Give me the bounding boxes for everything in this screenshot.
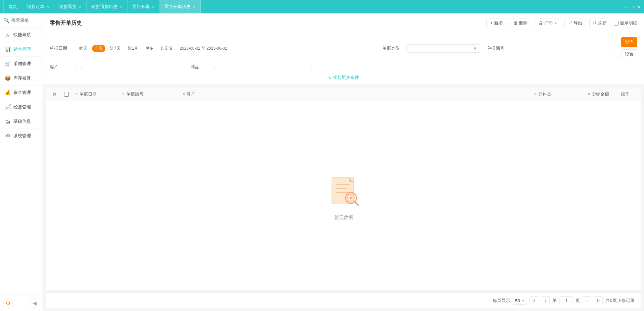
search-icon: 🔍 (3, 17, 9, 23)
query-button[interactable]: 查询 (621, 37, 637, 47)
per-page-label: 每页显示 (493, 298, 510, 304)
sort-guide-icon: ⇅ (534, 92, 537, 96)
date-filter-label: 单据日期 (50, 45, 77, 51)
doc-no-input[interactable] (514, 47, 614, 50)
sidebar-item-basic-info[interactable]: 🗂 基础信息 (0, 114, 43, 129)
customer-input[interactable]: ... (77, 63, 177, 71)
date-last1month[interactable]: 近1月 (125, 45, 141, 52)
customer-label: 客户 (50, 64, 77, 70)
sidebar-item-sales-mgmt[interactable]: 📊 销售管理 (0, 42, 43, 57)
first-page-btn[interactable]: ⟨⟨ (530, 296, 538, 305)
doc-type-label: 单据类型 (373, 45, 400, 51)
tab-sales-order[interactable]: 销售订单 ✕ (22, 0, 54, 13)
th-settings[interactable]: ⚙ (48, 92, 60, 97)
select-all-checkbox[interactable] (64, 92, 69, 97)
refresh-button[interactable]: ↺ 刷新 (589, 18, 610, 28)
date-yesterday[interactable]: 昨天 (77, 45, 90, 52)
sidebar-item-inventory[interactable]: 📦 库存核算 (0, 71, 43, 86)
sidebar: 🔍 搜索采单 ⌂ 快捷导航 📊 销售管理 🛒 采购管理 📦 库存核算 💰 (0, 13, 43, 311)
date-last7days[interactable]: 近7天 (107, 45, 123, 52)
filter-row-2: 客户 ... 商品 ... (50, 63, 637, 71)
content-area: 零售开单历史 + 新增 🗑 删除 🖨 打印 ▼ ↗ 导出 ↺ 刷新 (43, 13, 644, 311)
date-options: 昨天 今天 近7天 近1月 更多 自定义 2023-06-02 至 2023-0… (77, 45, 227, 52)
page-total-info: 共0页, 0条记录 (605, 298, 635, 304)
top-bar: 首页 销售订单 ✕ 销货退货 ✕ 销货退货历史 ✕ 零售开单 ✕ 零售开单历史 … (0, 0, 644, 13)
toolbar-actions: + 新增 🗑 删除 🖨 打印 ▼ ↗ 导出 ↺ 刷新 显示明细 (486, 18, 637, 28)
tab-home[interactable]: 首页 (3, 0, 22, 13)
sort-customer-icon: ⇅ (183, 92, 185, 96)
collapse-filter-btn[interactable]: ∧ 收起更多条件 (50, 74, 637, 81)
show-detail-checkbox[interactable] (614, 21, 618, 25)
tab-close-sales-order[interactable]: ✕ (46, 5, 49, 9)
tab-sales-return-history[interactable]: 销货退货历史 ✕ (87, 0, 128, 13)
settings-col-icon: ⚙ (52, 92, 56, 97)
next-page-btn[interactable]: › (583, 296, 591, 305)
close-btn[interactable]: ✕ (637, 4, 641, 9)
tab-close-sales-return-history[interactable]: ✕ (119, 5, 122, 9)
empty-illustration (324, 170, 364, 211)
sidebar-item-system[interactable]: ⚙ 系统管理 (0, 129, 43, 143)
print-button[interactable]: 🖨 打印 ▼ (535, 18, 561, 28)
sidebar-search[interactable]: 🔍 搜索采单 (0, 13, 43, 28)
delete-button[interactable]: 🗑 删除 (510, 18, 532, 28)
sidebar-item-quick-nav[interactable]: ⌂ 快捷导航 (0, 28, 43, 42)
page-header: 零售开单历史 + 新增 🗑 删除 🖨 打印 ▼ ↗ 导出 ↺ 刷新 (43, 13, 644, 33)
inventory-icon: 📦 (5, 75, 11, 81)
date-more[interactable]: 更多 (143, 45, 156, 52)
add-button[interactable]: + 新增 (486, 18, 506, 28)
filter-row-1: 单据日期 昨天 今天 近7天 近1月 更多 自定义 2023-06-02 至 2… (50, 37, 637, 59)
date-today[interactable]: 今天 (92, 45, 105, 52)
tab-close-sales-return[interactable]: ✕ (79, 5, 82, 9)
product-input[interactable]: ... (211, 63, 311, 71)
page-number-input[interactable] (559, 296, 573, 305)
system-icon: ⚙ (5, 133, 11, 139)
th-operation: 操作 (612, 91, 639, 97)
doc-type-select[interactable]: ▼ (406, 44, 480, 53)
tab-close-retail-history[interactable]: ✕ (193, 5, 196, 9)
prev-page-btn[interactable]: ‹ (541, 296, 550, 305)
sidebar-nav: ⌂ 快捷导航 📊 销售管理 🛒 采购管理 📦 库存核算 💰 资金管理 📈 (0, 28, 43, 295)
page-label-after: 页 (576, 298, 580, 304)
tab-retail-open[interactable]: 零售开单 ✕ (128, 0, 160, 13)
sort-amount-icon: ⇅ (588, 92, 590, 96)
basic-info-icon: 🗂 (5, 118, 11, 124)
collapse-icon: ∧ (328, 75, 332, 80)
filter-area: 单据日期 昨天 今天 近7天 近1月 更多 自定义 2023-06-02 至 2… (43, 33, 644, 85)
tab-sales-return[interactable]: 销货退货 ✕ (54, 0, 87, 13)
th-amount[interactable]: ⇅ 实销金额 (572, 91, 612, 97)
settings-filter-button[interactable]: 设置 (621, 49, 637, 59)
svg-line-7 (355, 202, 358, 205)
operation-icon: 📈 (5, 104, 11, 110)
empty-text: 暂无数据 (334, 215, 353, 221)
per-page-select[interactable]: 50 ▼ (513, 297, 527, 305)
table-header: ⚙ ⇅ 单据日期 ⇅ 单据编号 ⇅ 客户 ⇅ (46, 88, 641, 101)
last-page-btn[interactable]: ⟩⟩ (594, 296, 603, 305)
th-customer[interactable]: ⇅ 客户 (180, 91, 531, 97)
th-date[interactable]: ⇅ 单据日期 (72, 91, 119, 97)
minimize-btn[interactable]: — (623, 4, 628, 9)
sidebar-bottom: ⚙ ◀ (0, 295, 43, 311)
settings-icon-btn[interactable]: ⚙ (3, 298, 13, 308)
th-order-no[interactable]: ⇅ 单据编号 (119, 91, 180, 97)
th-guide[interactable]: ⇅ 导购员 (531, 91, 572, 97)
show-detail-checkbox-wrapper: 显示明细 (614, 20, 637, 26)
sort-date-icon: ⇅ (75, 92, 78, 96)
collapse-sidebar-btn[interactable]: ◀ (30, 298, 39, 308)
export-button[interactable]: ↗ 导出 (564, 18, 586, 28)
page-label-before: 第 (552, 298, 557, 304)
tab-retail-history[interactable]: 零售开单历史 ✕ (160, 0, 201, 13)
sidebar-item-operation[interactable]: 📈 经营管理 (0, 100, 43, 114)
sidebar-item-purchase-mgmt[interactable]: 🛒 采购管理 (0, 57, 43, 71)
tab-close-retail-open[interactable]: ✕ (152, 5, 155, 9)
window-controls: — □ ✕ (623, 4, 641, 9)
th-checkbox[interactable] (60, 92, 72, 97)
maximize-btn[interactable]: □ (631, 4, 634, 9)
sales-mgmt-icon: 📊 (5, 46, 11, 52)
sidebar-item-finance[interactable]: 💰 资金管理 (0, 86, 43, 100)
tab-bar: 首页 销售订单 ✕ 销货退货 ✕ 销货退货历史 ✕ 零售开单 ✕ 零售开单历史 … (3, 0, 201, 13)
per-page-arrow-icon: ▼ (521, 299, 525, 303)
sort-order-no-icon: ⇅ (122, 92, 125, 96)
date-custom[interactable]: 自定义 (158, 45, 176, 52)
table-container: ⚙ ⇅ 单据日期 ⇅ 单据编号 ⇅ 客户 ⇅ (46, 88, 641, 290)
doc-type-arrow-icon: ▼ (473, 46, 477, 51)
